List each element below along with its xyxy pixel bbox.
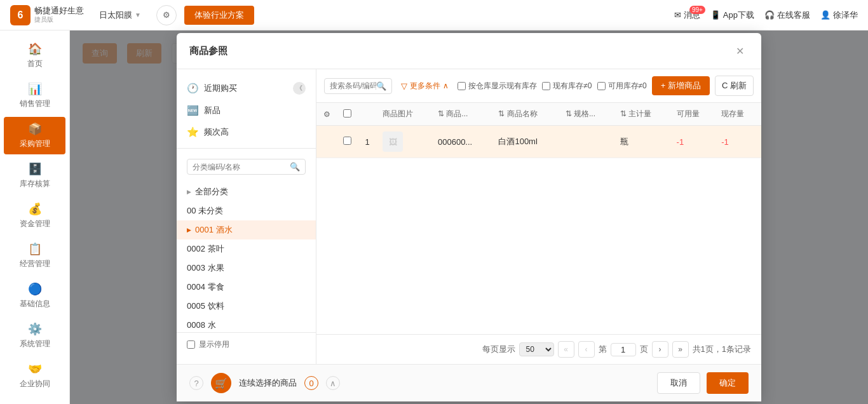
product-search-bar[interactable]: 🔍: [324, 78, 392, 94]
td-code: 000600...: [433, 126, 493, 158]
first-page-button[interactable]: «: [558, 341, 574, 358]
per-page-select[interactable]: 50 100 200: [519, 342, 554, 356]
td-stock: -1: [716, 126, 761, 158]
refresh-product-button[interactable]: C 刷新: [715, 76, 754, 96]
product-search-input[interactable]: [330, 81, 376, 90]
nav-dropdown-label: 日太阳膜: [99, 10, 132, 21]
home-icon: 🏠: [28, 42, 42, 56]
next-page-button[interactable]: ›: [652, 341, 668, 358]
online-service-button[interactable]: 🎧 在线客服: [764, 10, 810, 21]
th-stock: 现存量: [716, 103, 761, 126]
cancel-button[interactable]: 取消: [657, 372, 700, 394]
collapse-cart-button[interactable]: ∧: [326, 376, 340, 390]
expand-icon: ▶: [187, 227, 191, 233]
cat-0004-label: 0004 零食: [187, 281, 224, 293]
try-industry-button[interactable]: 体验行业方案: [184, 6, 254, 25]
category-search-input[interactable]: [193, 163, 290, 172]
th-available: 可用量: [672, 103, 717, 126]
sidebar-label-home: 首页: [27, 58, 43, 69]
sidebar-item-finance[interactable]: 💰 资金管理: [0, 196, 69, 236]
warehouse-stock-checkbox-group: 按仓库显示现有库存: [458, 81, 537, 91]
sidebar-item-cooperation[interactable]: 🤝 企业协同: [0, 356, 69, 396]
th-spec-label: 规格...: [574, 109, 595, 118]
sidebar-item-basic[interactable]: 🔵 基础信息: [0, 276, 69, 316]
sidebar-label-sales: 销售管理: [20, 98, 50, 109]
help-icon[interactable]: ?: [189, 376, 203, 390]
collapse-left-button[interactable]: 《: [293, 82, 306, 95]
sidebar-item-operation[interactable]: 📋 经营管理: [0, 236, 69, 276]
cat-0003-label: 0003 水果: [187, 262, 224, 274]
category-tree: ▶ 全部分类 00 未分类 ▶ 0001 酒水 0002 茶: [177, 180, 316, 332]
cart-count: 0: [304, 376, 318, 390]
stock-value: -1: [721, 137, 729, 147]
page-word-2: 页: [640, 344, 648, 355]
last-page-button[interactable]: »: [672, 341, 689, 358]
th-name: ⇅ 商品名称: [493, 103, 560, 126]
gear-button[interactable]: ⚙: [156, 5, 177, 25]
category-search-box[interactable]: 🔍: [187, 159, 306, 175]
modal-title: 商品参照: [189, 45, 227, 57]
page-number-input[interactable]: 1: [611, 343, 636, 356]
confirm-button[interactable]: 确定: [707, 372, 749, 394]
new-product-item[interactable]: 🆕 新品: [177, 100, 316, 121]
frequent-item[interactable]: ⭐ 频次高: [177, 121, 316, 143]
sidebar-item-purchase[interactable]: 📦 采购管理: [4, 117, 65, 154]
sidebar-item-home[interactable]: 🏠 首页: [0, 36, 69, 76]
recent-purchase-item[interactable]: 🕐 近期购买 《: [177, 77, 316, 100]
nav-dropdown[interactable]: 日太阳膜 ▼: [94, 10, 146, 21]
cat-item-0008[interactable]: 0008 水: [177, 316, 316, 332]
td-unit: 瓶: [615, 126, 672, 158]
pagination: 每页显示 50 100 200 « ‹ 第 1 页 ›: [316, 334, 761, 364]
username-label: 徐泽华: [833, 10, 858, 21]
star-icon: ⭐: [187, 126, 199, 138]
current-stock-checkbox[interactable]: [542, 82, 550, 90]
cat-item-0001[interactable]: ▶ 0001 酒水: [177, 220, 316, 239]
sidebar-item-system[interactable]: ⚙️ 系统管理: [0, 316, 69, 356]
image-icon: 🖼: [389, 137, 397, 147]
sales-icon: 📊: [28, 82, 42, 96]
sidebar-item-sales[interactable]: 📊 销售管理: [0, 76, 69, 116]
cat-0002-label: 0002 茶叶: [187, 243, 224, 255]
cat-item-00[interactable]: 00 未分类: [177, 201, 316, 220]
message-button[interactable]: ✉ 消息 99+: [674, 10, 700, 21]
prev-page-button[interactable]: ‹: [578, 341, 595, 358]
settings-icon[interactable]: ⚙: [323, 110, 330, 119]
all-category-item[interactable]: ▶ 全部分类: [177, 182, 316, 201]
product-search-icon[interactable]: 🔍: [376, 81, 386, 91]
row-checkbox[interactable]: [343, 137, 351, 145]
add-product-button[interactable]: + 新增商品: [652, 76, 710, 95]
sidebar-label-purchase: 采购管理: [20, 138, 50, 149]
app-download-label: App下载: [723, 10, 754, 21]
td-check: [337, 126, 357, 158]
sort-icon-code[interactable]: ⇅: [438, 109, 444, 118]
available-stock-checkbox-group: 可用库存≠0: [597, 81, 647, 91]
frequent-label: 频次高: [204, 126, 229, 138]
sort-icon-name[interactable]: ⇅: [498, 109, 505, 118]
select-all-checkbox[interactable]: [343, 109, 351, 118]
cat-item-0003[interactable]: 0003 水果: [177, 259, 316, 278]
chevron-down-icon: ▼: [135, 11, 141, 18]
th-available-label: 可用量: [677, 109, 700, 118]
cat-item-0005[interactable]: 0005 饮料: [177, 297, 316, 316]
app-download-button[interactable]: 📱 App下载: [710, 10, 754, 21]
td-name: 白酒100ml: [493, 126, 560, 158]
available-stock-checkbox[interactable]: [597, 82, 606, 90]
nav-right: ✉ 消息 99+ 📱 App下载 🎧 在线客服 👤 徐泽华: [674, 10, 858, 21]
sidebar-item-guide[interactable]: 📖 新手引导: [0, 396, 69, 404]
sort-icon-spec[interactable]: ⇅: [566, 109, 572, 118]
cat-item-0004[interactable]: 0004 零食: [177, 278, 316, 297]
filter-button[interactable]: ▽ 更多条件 ∧: [397, 78, 452, 94]
recent-purchase-label: 近期购买: [204, 83, 237, 94]
sidebar-item-inventory[interactable]: 🗄️ 库存核算: [0, 156, 69, 196]
show-disabled-checkbox[interactable]: [187, 340, 195, 349]
warehouse-stock-checkbox[interactable]: [458, 82, 466, 90]
sort-icon-unit[interactable]: ⇅: [620, 109, 627, 118]
user-avatar[interactable]: 👤 徐泽华: [820, 10, 858, 21]
category-search-icon[interactable]: 🔍: [290, 162, 300, 172]
filter-arrow-icon: ∧: [443, 81, 449, 90]
modal-close-button[interactable]: ✕: [731, 42, 749, 60]
cat-item-0002[interactable]: 0002 茶叶: [177, 239, 316, 259]
all-category-label: 全部分类: [195, 186, 228, 198]
cart-icon[interactable]: 🛒: [211, 373, 231, 393]
table-row[interactable]: 1 🖼 000600... 白酒100ml: [316, 126, 761, 158]
